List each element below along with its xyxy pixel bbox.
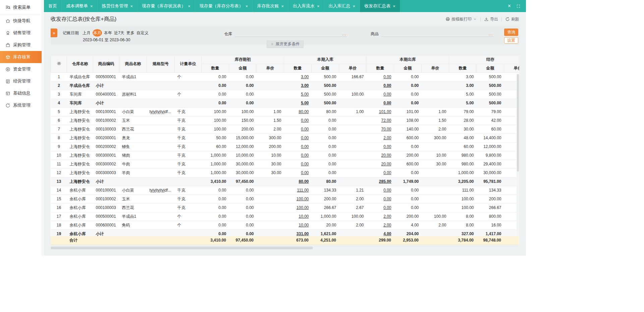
cell-out-qty[interactable]: 0.00 [367, 186, 394, 195]
cell-out-qty[interactable]: 101.00 [367, 108, 394, 116]
tab-picking-task[interactable]: 拣货任务管理× [98, 0, 138, 12]
cell-out-qty[interactable]: 285.00 [367, 177, 394, 186]
query-button[interactable]: 查询 [504, 29, 518, 36]
cell-in-qty[interactable]: 80.00 [284, 108, 312, 116]
date-option-last-7-days[interactable]: 近7天 [114, 31, 124, 35]
tab-close-icon[interactable]: × [188, 4, 191, 8]
col-header-in-qty[interactable]: 数量 [284, 64, 312, 73]
maximize-icon[interactable] [516, 4, 521, 8]
tab-close-icon[interactable]: × [281, 4, 284, 8]
col-header-opening-qty[interactable]: 数量 [202, 64, 229, 73]
cell-in-qty[interactable]: 100.00 [284, 204, 312, 212]
cell-out-qty[interactable]: 0.00 [367, 73, 394, 82]
cell-out-qty[interactable]: 0.00 [367, 195, 394, 204]
sidebar-item-business[interactable]: 经营管理 [0, 75, 42, 87]
product-input[interactable]: … [381, 30, 494, 37]
cell-out-qty[interactable]: 20.00 [367, 151, 394, 160]
cell-in-qty[interactable]: 0.00 [284, 160, 312, 169]
settings-button[interactable]: 设置 [504, 37, 518, 44]
sidebar-item-quick-nav[interactable]: 快捷导航 [0, 15, 42, 27]
col-header-bal-price[interactable]: 单价 [504, 64, 519, 73]
cell-out-qty[interactable]: 72.00 [367, 116, 394, 125]
tab-home[interactable]: 首页 [44, 0, 62, 12]
cell-in-qty[interactable]: 5.00 [284, 99, 312, 108]
horizontal-scrollbar-thumb[interactable] [51, 247, 313, 249]
tab-stock-status[interactable]: 现存量（库存状况表）× [138, 0, 195, 12]
sidebar-item-system[interactable]: 系统管理 [0, 99, 42, 111]
cell-in-qty[interactable]: 0.00 [284, 143, 312, 151]
date-option-this-year[interactable]: 本年 [104, 31, 112, 35]
cell-out-qty[interactable]: 0.00 [367, 99, 394, 108]
print-template-button[interactable]: 按模板打印 [445, 16, 477, 22]
refresh-button[interactable]: 刷新 [505, 16, 519, 22]
tab-inout-flow[interactable]: 出入库流水× [288, 0, 324, 12]
tab-cost-adjust[interactable]: 成本调整单× [62, 0, 98, 12]
col-header-opening-price[interactable]: 单价 [257, 64, 284, 73]
sidebar-item-fund[interactable]: 资金管理 [0, 63, 42, 75]
tab-close-icon[interactable]: × [130, 4, 133, 8]
col-header-in-amt[interactable]: 金额 [312, 64, 339, 73]
close-all-tabs-icon[interactable]: × [508, 3, 511, 9]
cell-in-qty[interactable]: 0.00 [284, 125, 312, 134]
tab-close-icon[interactable]: × [353, 4, 356, 8]
date-option-last-month[interactable]: 上月 [83, 31, 91, 35]
cell-in-qty[interactable]: 10.00 [284, 212, 312, 221]
tab-close-icon[interactable]: × [90, 4, 93, 8]
export-button[interactable]: 导出 [484, 16, 498, 22]
sidebar-item-inventory[interactable]: 库存核算 [0, 51, 42, 63]
cell-out-qty[interactable]: 0.00 [367, 204, 394, 212]
cell-out-qty[interactable]: 0.00 [367, 82, 394, 90]
col-header-product[interactable]: 商品名称 [119, 55, 147, 73]
warehouse-input[interactable]: … [235, 30, 347, 37]
cell-in-qty[interactable]: 10.00 [284, 221, 312, 230]
sidebar-item-purchase[interactable]: 采购管理 [0, 39, 42, 51]
col-header-warehouse[interactable]: 仓库名称 [67, 55, 93, 73]
col-header-out-qty[interactable]: 数量 [367, 64, 394, 73]
date-option-more[interactable]: 更多 [126, 31, 135, 35]
vertical-scrollbar-thumb[interactable] [517, 74, 519, 171]
cell-out-qty[interactable]: 2.00 [367, 221, 394, 230]
cell-in-qty[interactable]: 0.00 [284, 134, 312, 143]
sidebar-search[interactable]: 搜索菜单 [0, 0, 42, 15]
cell-out-qty[interactable]: 4.00 [367, 230, 394, 237]
warehouse-picker-icon[interactable]: … [342, 31, 346, 36]
date-option-this-month[interactable]: 本月 [93, 29, 102, 37]
col-header-code[interactable]: 商品编码 [93, 55, 119, 73]
col-header-unit[interactable]: 计量单位 [175, 55, 202, 73]
collapse-filter-button[interactable]: » [51, 29, 57, 37]
tab-close-icon[interactable]: × [317, 4, 320, 8]
col-header-in-price[interactable]: 单价 [339, 64, 367, 73]
tab-stock-batch[interactable]: 库存批次账× [253, 0, 288, 12]
tab-send-receive-summary[interactable]: 收发存汇总表× [360, 0, 400, 12]
cell-in-qty[interactable]: 3.00 [284, 82, 312, 90]
tab-inout-summary[interactable]: 出入库汇总× [324, 0, 360, 12]
col-header-opening-amt[interactable]: 金额 [229, 64, 257, 73]
sidebar-item-sales[interactable]: 销售管理 [0, 27, 42, 39]
col-header-spec[interactable]: 规格型号 [147, 55, 175, 73]
cell-out-qty[interactable]: 2.00 [367, 212, 394, 221]
cell-out-qty[interactable]: 70.00 [367, 125, 394, 134]
col-header-out-amt[interactable]: 金额 [394, 64, 422, 73]
col-header-bal-amt[interactable]: 金额 [477, 64, 504, 73]
date-option-custom[interactable]: 自定义 [137, 31, 149, 35]
cell-in-qty[interactable]: 80.00 [284, 177, 312, 186]
cell-in-qty[interactable]: 0.00 [284, 116, 312, 125]
cell-in-qty[interactable]: 0.00 [284, 169, 312, 177]
expand-more-conditions-button[interactable]: 展开更多条件 [267, 41, 304, 48]
cell-out-qty[interactable]: 0.00 [367, 90, 394, 99]
cell-in-qty[interactable]: 0.00 [284, 151, 312, 160]
table-vertical-scrollbar[interactable] [517, 73, 519, 236]
cell-out-qty[interactable]: 0.00 [367, 143, 394, 151]
cell-out-qty[interactable]: 2.00 [367, 134, 394, 143]
cell-in-qty[interactable]: 111.00 [284, 186, 312, 195]
column-settings-header[interactable] [51, 55, 67, 73]
cell-in-qty[interactable]: 3.00 [284, 73, 312, 82]
table-horizontal-scrollbar[interactable] [51, 246, 519, 250]
cell-out-qty[interactable]: 20.00 [367, 160, 394, 169]
cell-in-qty[interactable]: 100.00 [284, 195, 312, 204]
col-header-out-price[interactable]: 单价 [422, 64, 449, 73]
product-picker-icon[interactable]: … [488, 31, 493, 36]
sidebar-item-base-info[interactable]: 基础信息 [0, 87, 42, 99]
cell-in-qty[interactable]: 331.00 [284, 230, 312, 237]
tab-close-icon[interactable]: × [393, 4, 395, 8]
